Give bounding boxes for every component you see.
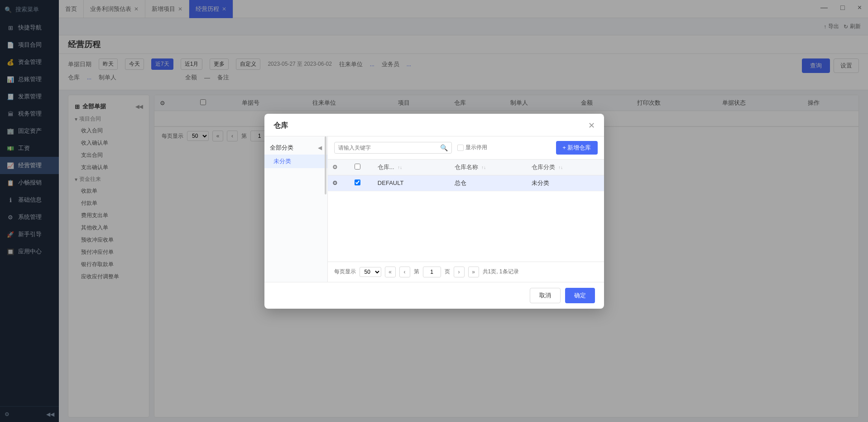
modal-checkbox-all[interactable] xyxy=(355,164,360,170)
modal-total-text: 共1页, 1条记录 xyxy=(483,268,519,276)
modal-prev-page[interactable]: ‹ xyxy=(399,267,410,277)
row-check[interactable] xyxy=(350,175,373,191)
modal-close-button[interactable]: ✕ xyxy=(588,121,595,130)
modal-search-box[interactable]: 🔍 xyxy=(334,142,452,154)
show-disabled-checkbox[interactable]: 显示停用 xyxy=(457,144,487,151)
modal-col-name: 仓库名称 ↑↓ xyxy=(450,160,527,175)
modal-table-wrap: ⚙ 仓库... ↑↓ 仓库名称 xyxy=(328,160,604,262)
category-sort-icon[interactable]: ↑↓ xyxy=(558,165,563,170)
modal-pagination: 每页显示 50 « ‹ 第 页 › » 共1页, 1条记录 xyxy=(328,262,604,282)
modal-body: 全部分类 ◀ 未分类 🔍 xyxy=(264,136,604,282)
confirm-button[interactable]: 确定 xyxy=(565,288,595,303)
modal-last-page[interactable]: » xyxy=(468,267,479,277)
modal-right-panel: 🔍 显示停用 + 新增仓库 ⚙ xyxy=(328,136,604,282)
code-sort-icon[interactable]: ↑↓ xyxy=(398,165,402,170)
modal-table: ⚙ 仓库... ↑↓ 仓库名称 xyxy=(328,160,604,191)
modal-title: 仓库 xyxy=(273,121,288,131)
modal-col-settings[interactable]: ⚙ xyxy=(328,160,350,175)
modal-per-page-label: 每页显示 xyxy=(334,268,356,276)
modal-toolbar: 🔍 显示停用 + 新增仓库 xyxy=(328,136,604,160)
uncategorized-item[interactable]: 未分类 xyxy=(264,155,327,168)
modal-next-page[interactable]: › xyxy=(454,267,465,277)
row-code: DEFAULT xyxy=(373,175,450,191)
modal-header: 仓库 ✕ xyxy=(264,114,604,136)
modal-col-code: 仓库... ↑↓ xyxy=(373,160,450,175)
modal-col-check-all[interactable] xyxy=(350,160,373,175)
cancel-button[interactable]: 取消 xyxy=(530,288,561,303)
modal-page-input[interactable] xyxy=(423,267,441,277)
modal-first-page[interactable]: « xyxy=(385,267,396,277)
all-category-header[interactable]: 全部分类 ◀ xyxy=(264,141,327,155)
scroll-thumb xyxy=(325,136,326,194)
modal-search-input[interactable] xyxy=(338,145,437,151)
modal-search-icon: 🔍 xyxy=(440,144,448,151)
modal-page-suffix: 页 xyxy=(445,268,450,276)
add-warehouse-button[interactable]: + 新增仓库 xyxy=(556,141,597,155)
modal-left-scrollbar[interactable] xyxy=(325,136,326,282)
modal-action-footer: 取消 确定 xyxy=(264,282,604,309)
row-category: 未分类 xyxy=(527,175,604,191)
modal-overlay: 仓库 ✕ 全部分类 ◀ 未分类 xyxy=(0,0,868,422)
row-settings[interactable]: ⚙ xyxy=(328,175,350,191)
table-row[interactable]: ⚙ DEFAULT 总仓 未分类 xyxy=(328,175,604,191)
category-collapse-icon[interactable]: ◀ xyxy=(318,145,322,151)
row-name: 总仓 xyxy=(450,175,527,191)
disabled-checkbox[interactable] xyxy=(457,145,464,151)
modal-category-panel: 全部分类 ◀ 未分类 xyxy=(264,136,328,282)
modal-page-label: 第 xyxy=(414,268,419,276)
row-checkbox[interactable] xyxy=(355,179,360,185)
modal-col-category: 仓库分类 ↑↓ xyxy=(527,160,604,175)
name-sort-icon[interactable]: ↑↓ xyxy=(481,165,486,170)
warehouse-modal: 仓库 ✕ 全部分类 ◀ 未分类 xyxy=(264,114,604,309)
modal-per-page-select[interactable]: 50 xyxy=(360,267,381,277)
